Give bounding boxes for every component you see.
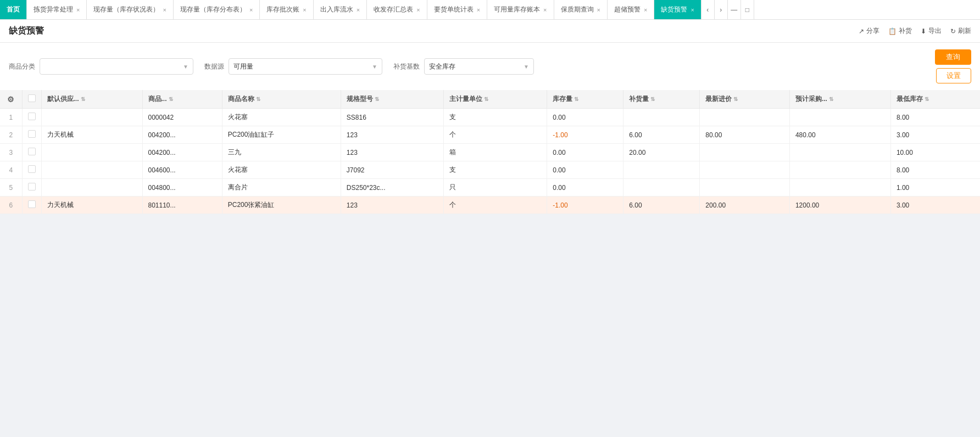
row-checkbox-2[interactable] xyxy=(22,126,41,144)
row-checkbox-1[interactable] xyxy=(22,109,41,126)
datasource-select[interactable]: 可用量 ▼ xyxy=(229,58,382,75)
tab-prev-button[interactable]: ‹ xyxy=(701,0,715,19)
settings-column-header[interactable]: ⚙ xyxy=(0,90,22,109)
row-product-name-1: 火花塞 xyxy=(222,109,341,126)
tab-bar: 首页 拣货异常处理 × 现存量（库存状况表） × 现存量（库存分布表） × 库存… xyxy=(0,0,980,20)
th-product-name[interactable]: 商品名称 ⇅ xyxy=(222,90,341,109)
query-button[interactable]: 查询 xyxy=(935,49,971,65)
tab-order-stats[interactable]: 要货单统计表 × xyxy=(427,0,487,19)
restock-action[interactable]: 📋 补货 xyxy=(888,26,912,36)
row-number-2: 2 xyxy=(0,126,22,144)
chevron-down-icon-2: ▼ xyxy=(372,64,377,70)
gear-icon[interactable]: ⚙ xyxy=(7,95,14,104)
th-stock-qty[interactable]: 库存量 ⇅ xyxy=(547,90,623,109)
tab-maximize-button[interactable]: □ xyxy=(741,0,754,19)
row-estimated-purchase-4 xyxy=(789,161,890,179)
th-latest-price[interactable]: 最新进价 ⇅ xyxy=(700,90,790,109)
checkbox-column-header[interactable] xyxy=(22,90,41,109)
row-checkbox-5[interactable] xyxy=(22,179,41,197)
close-tab-batch-account[interactable]: × xyxy=(303,7,306,13)
tab-home[interactable]: 首页 xyxy=(0,0,27,19)
table-container: ⚙ 默认供应... ⇅ 商品... ⇅ xyxy=(0,90,980,214)
tab-inventory-status[interactable]: 现存量（库存状况表） × xyxy=(87,0,173,19)
th-min-stock[interactable]: 最低库存 ⇅ xyxy=(890,90,980,109)
th-spec[interactable]: 规格型号 ⇅ xyxy=(341,90,443,109)
th-replenish-qty[interactable]: 补货量 ⇅ xyxy=(623,90,700,109)
row-spec-4: J7092 xyxy=(341,161,443,179)
row-unit-2: 个 xyxy=(444,126,547,144)
row-product-name-5: 离合片 xyxy=(222,179,341,197)
row-replenish-qty-6: 6.00 xyxy=(623,197,700,214)
tab-shortage[interactable]: 缺货预警 × xyxy=(654,0,701,19)
refresh-icon: ↻ xyxy=(950,27,956,35)
row-product-code-6: 801110... xyxy=(142,197,222,214)
row-supplier-5 xyxy=(41,179,142,197)
row-estimated-purchase-2: 480.00 xyxy=(789,126,890,144)
sort-icon-code: ⇅ xyxy=(169,96,173,102)
th-unit[interactable]: 主计量单位 ⇅ xyxy=(444,90,547,109)
close-tab-expiry-query[interactable]: × xyxy=(597,7,600,13)
sort-icon-replenish: ⇅ xyxy=(650,96,655,102)
row-supplier-1 xyxy=(41,109,142,126)
refresh-action[interactable]: ↻ 刷新 xyxy=(950,26,971,36)
row-product-code-1: 0000042 xyxy=(142,109,222,126)
category-label: 商品分类 xyxy=(9,62,35,71)
tab-expiry-query[interactable]: 保质期查询 × xyxy=(554,0,608,19)
chevron-down-icon: ▼ xyxy=(183,64,188,70)
close-tab-available-ledger[interactable]: × xyxy=(543,7,547,13)
tab-receipt-summary[interactable]: 收发存汇总表 × xyxy=(367,0,427,19)
row-latest-price-6: 200.00 xyxy=(700,197,790,214)
datasource-label: 数据源 xyxy=(204,62,224,71)
row-replenish-qty-3: 20.00 xyxy=(623,144,700,161)
th-estimated-purchase[interactable]: 预计采购... ⇅ xyxy=(789,90,890,109)
row-stock-qty-3: 0.00 xyxy=(547,144,623,161)
tab-abnormal[interactable]: 拣货异常处理 × xyxy=(27,0,87,19)
row-product-code-5: 004800... xyxy=(142,179,222,197)
sort-icon-name: ⇅ xyxy=(256,96,260,102)
tab-minimize-button[interactable]: — xyxy=(728,0,741,19)
share-action[interactable]: ↗ 分享 xyxy=(859,26,879,36)
settings-button[interactable]: 设置 xyxy=(936,68,971,83)
close-tab-inventory-status[interactable]: × xyxy=(163,7,166,13)
sort-icon-supplier: ⇅ xyxy=(81,96,85,102)
row-checkbox-6[interactable] xyxy=(22,197,41,214)
row-checkbox-4[interactable] xyxy=(22,161,41,179)
close-tab-shortage[interactable]: × xyxy=(691,7,694,13)
chevron-down-icon-3: ▼ xyxy=(524,64,529,70)
close-tab-abnormal[interactable]: × xyxy=(76,7,80,13)
tab-batch-account[interactable]: 库存批次账 × xyxy=(260,0,313,19)
tab-available-ledger[interactable]: 可用量库存账本 × xyxy=(487,0,554,19)
sort-icon-unit: ⇅ xyxy=(484,96,488,102)
row-spec-5: DS250*23c... xyxy=(341,179,443,197)
row-product-name-2: PC200油缸缸子 xyxy=(222,126,341,144)
table-row: 1 0000042 火花塞 SS816 支 0.00 8.00 xyxy=(0,109,980,126)
category-select[interactable]: ▼ xyxy=(40,58,193,75)
close-tab-overstock[interactable]: × xyxy=(644,7,647,13)
th-product-code[interactable]: 商品... ⇅ xyxy=(142,90,222,109)
row-product-name-4: 火花塞 xyxy=(222,161,341,179)
table-row: 5 004800... 离合片 DS250*23c... 只 0.00 1.00 xyxy=(0,179,980,197)
tab-next-button[interactable]: › xyxy=(715,0,728,19)
close-tab-inout-flow[interactable]: × xyxy=(357,7,360,13)
row-latest-price-3 xyxy=(700,144,790,161)
table-row: 3 004200... 三九 123 箱 0.00 20.00 10.00 xyxy=(0,144,980,161)
close-tab-inventory-dist[interactable]: × xyxy=(249,7,253,13)
tab-inventory-dist[interactable]: 现存量（库存分布表） × xyxy=(174,0,260,19)
row-estimated-purchase-6: 1200.00 xyxy=(789,197,890,214)
export-action[interactable]: ⬇ 导出 xyxy=(921,26,942,36)
row-unit-4: 支 xyxy=(444,161,547,179)
select-all-checkbox[interactable] xyxy=(28,94,36,102)
row-supplier-4 xyxy=(41,161,142,179)
row-supplier-2: 力天机械 xyxy=(41,126,142,144)
category-select-placeholder xyxy=(44,63,183,70)
tab-overstock[interactable]: 超储预警 × xyxy=(608,0,654,19)
close-tab-order-stats[interactable]: × xyxy=(477,7,480,13)
replenish-select[interactable]: 安全库存 ▼ xyxy=(424,58,534,75)
main-content: 缺货预警 ↗ 分享 📋 补货 ⬇ 导出 ↻ 刷新 商品分类 xyxy=(0,20,980,437)
share-icon: ↗ xyxy=(859,27,864,35)
row-checkbox-3[interactable] xyxy=(22,144,41,161)
tab-inout-flow[interactable]: 出入库流水 × xyxy=(314,0,367,19)
page-title: 缺货预警 xyxy=(9,25,44,37)
close-tab-receipt-summary[interactable]: × xyxy=(416,7,420,13)
th-default-supplier[interactable]: 默认供应... ⇅ xyxy=(41,90,142,109)
